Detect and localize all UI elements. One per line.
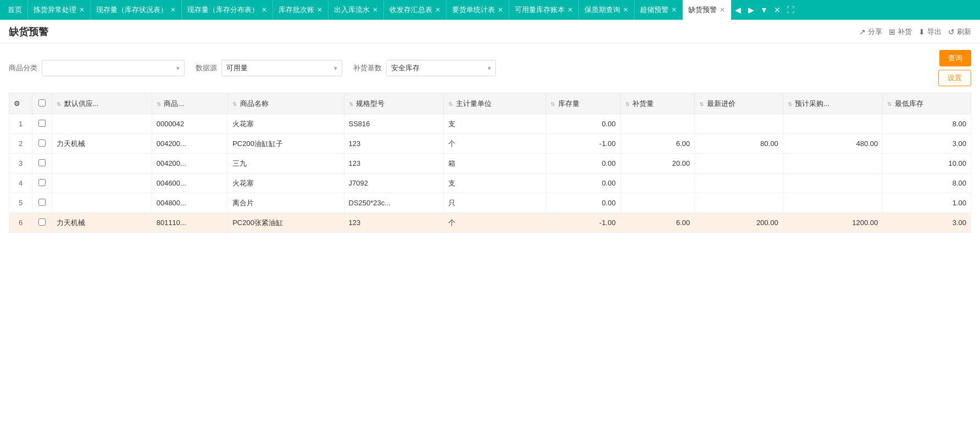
- cell-product-name: 离合片: [228, 193, 344, 213]
- select-all-checkbox[interactable]: [38, 99, 46, 107]
- share-button[interactable]: ↗ 分享: [859, 27, 882, 37]
- cell-latest-price: [695, 114, 783, 134]
- close-tab-stockout[interactable]: ✕: [720, 6, 725, 14]
- close-tab-order-stats[interactable]: ✕: [498, 6, 503, 14]
- row-checkbox[interactable]: [38, 179, 46, 186]
- tab-inout-flow[interactable]: 出入库流水 ✕: [328, 0, 384, 20]
- cell-latest-price: [695, 173, 783, 193]
- row-checkbox[interactable]: [38, 159, 46, 166]
- col-spec[interactable]: ⇅ 规格型号: [344, 93, 444, 114]
- col-gear[interactable]: ⚙: [9, 93, 32, 114]
- table-row: 5 004800... 离合片 DS250*23c... 只 0.00 1.00: [9, 193, 971, 213]
- row-number: 6: [9, 213, 32, 233]
- row-checkbox-cell[interactable]: [32, 193, 52, 213]
- col-restock-qty[interactable]: ⇅ 补货量: [620, 93, 694, 114]
- close-tab-inventory-status[interactable]: ✕: [170, 6, 176, 14]
- tab-batch-account[interactable]: 库存批次账 ✕: [273, 0, 328, 20]
- row-checkbox-cell[interactable]: [32, 173, 52, 193]
- row-checkbox-cell[interactable]: [32, 154, 52, 173]
- export-icon: ⬇: [918, 27, 925, 36]
- col-unit[interactable]: ⇅ 主计量单位: [444, 93, 546, 114]
- refresh-icon: ↺: [948, 27, 955, 36]
- cell-spec: J7092: [344, 173, 444, 193]
- restock-button[interactable]: ⊞ 补货: [889, 27, 912, 37]
- sort-icon-est: ⇅: [788, 101, 792, 107]
- close-tab-batch-account[interactable]: ✕: [317, 6, 322, 14]
- tab-available-ledger[interactable]: 可用量库存账本 ✕: [509, 0, 579, 20]
- close-tab-receipt-summary[interactable]: ✕: [435, 6, 441, 14]
- tab-menu-button[interactable]: ▼: [758, 0, 771, 20]
- close-tab-expiry-query[interactable]: ✕: [623, 6, 628, 14]
- tab-home[interactable]: 首页: [2, 0, 28, 20]
- row-checkbox[interactable]: [38, 139, 46, 147]
- cell-default-supplier: [52, 173, 152, 193]
- main-content: 缺货预警 ↗ 分享 ⊞ 补货 ⬇ 导出 ↺ 刷新 商品分类: [0, 20, 980, 437]
- cell-default-supplier: [52, 114, 152, 134]
- row-checkbox[interactable]: [38, 218, 46, 226]
- sort-icon-spec: ⇅: [349, 101, 353, 107]
- cell-stock-qty: -1.00: [546, 134, 620, 154]
- cell-restock-qty: 6.00: [620, 134, 694, 154]
- query-button[interactable]: 查询: [939, 50, 971, 66]
- page-header: 缺货预警 ↗ 分享 ⊞ 补货 ⬇ 导出 ↺ 刷新: [0, 20, 980, 43]
- tab-inventory-status[interactable]: 现存量（库存状况表） ✕: [91, 0, 182, 20]
- category-select[interactable]: ▾: [42, 60, 185, 76]
- close-tab-anomaly[interactable]: ✕: [79, 6, 85, 14]
- sort-icon-min: ⇅: [887, 101, 892, 107]
- col-latest-price[interactable]: ⇅ 最新进价: [695, 93, 783, 114]
- close-tab-overstock[interactable]: ✕: [671, 6, 677, 14]
- cell-unit: 个: [444, 213, 546, 233]
- row-checkbox[interactable]: [38, 199, 46, 206]
- tab-receipt-summary[interactable]: 收发存汇总表 ✕: [384, 0, 447, 20]
- cell-unit: 个: [444, 134, 546, 154]
- refresh-button[interactable]: ↺ 刷新: [948, 27, 971, 37]
- tab-stockout[interactable]: 缺货预警 ✕: [683, 0, 731, 20]
- datasource-filter-group: 数据源 可用量 ▾: [196, 60, 342, 76]
- restock-basis-select[interactable]: 安全库存 ▾: [386, 60, 496, 76]
- table-row: 4 004600... 火花塞 J7092 支 0.00 8.00: [9, 173, 971, 193]
- cell-unit: 只: [444, 193, 546, 213]
- settings-button[interactable]: 设置: [938, 70, 971, 86]
- row-checkbox-cell[interactable]: [32, 114, 52, 134]
- datasource-select[interactable]: 可用量 ▾: [221, 60, 342, 76]
- tab-anomaly[interactable]: 拣货异常处理 ✕: [28, 0, 91, 20]
- cell-product-code: 004200...: [152, 134, 227, 154]
- close-tab-inventory-dist[interactable]: ✕: [261, 6, 267, 14]
- cell-product-name: 三九: [228, 154, 344, 173]
- cell-latest-price: [695, 193, 783, 213]
- col-checkbox[interactable]: [32, 93, 52, 114]
- filter-right-actions: 查询 设置: [938, 50, 971, 86]
- tab-fullscreen-button[interactable]: ⛶: [784, 0, 797, 20]
- tab-overstock[interactable]: 超储预警 ✕: [634, 0, 683, 20]
- row-checkbox[interactable]: [38, 120, 46, 127]
- table-row: 1 0000042 火花塞 SS816 支 0.00 8.00: [9, 114, 971, 134]
- sort-icon-code: ⇅: [157, 101, 161, 107]
- row-checkbox-cell[interactable]: [32, 134, 52, 154]
- cell-stock-qty: 0.00: [546, 173, 620, 193]
- tab-close-all-button[interactable]: ✕: [771, 0, 784, 20]
- cell-spec: 123: [344, 134, 444, 154]
- col-min-stock[interactable]: ⇅ 最低库存: [883, 93, 971, 114]
- cell-stock-qty: 0.00: [546, 114, 620, 134]
- export-button[interactable]: ⬇ 导出: [918, 27, 942, 37]
- col-product-code[interactable]: ⇅ 商品...: [152, 93, 227, 114]
- tab-prev-button[interactable]: ◀: [731, 0, 744, 20]
- col-product-name[interactable]: ⇅ 商品名称: [228, 93, 344, 114]
- cell-product-name: 火花塞: [228, 114, 344, 134]
- tab-inventory-dist[interactable]: 现存量（库存分布表） ✕: [182, 0, 273, 20]
- cell-default-supplier: [52, 193, 152, 213]
- cell-unit: 箱: [444, 154, 546, 173]
- tab-order-stats[interactable]: 要货单统计表 ✕: [447, 0, 509, 20]
- table-container: ⚙ ⇅ 默认供应... ⇅ 商品... ⇅ 商品名称: [0, 93, 980, 233]
- col-default-supplier[interactable]: ⇅ 默认供应...: [52, 93, 152, 114]
- row-checkbox-cell[interactable]: [32, 213, 52, 233]
- cell-est-purchase: [783, 173, 883, 193]
- gear-icon: ⚙: [14, 99, 20, 108]
- row-number: 3: [9, 154, 32, 173]
- close-tab-available-ledger[interactable]: ✕: [567, 6, 573, 14]
- tab-next-button[interactable]: ▶: [744, 0, 758, 20]
- tab-expiry-query[interactable]: 保质期查询 ✕: [579, 0, 634, 20]
- col-stock-qty[interactable]: ⇅ 库存量: [546, 93, 620, 114]
- col-est-purchase[interactable]: ⇅ 预计采购...: [783, 93, 883, 114]
- close-tab-inout-flow[interactable]: ✕: [372, 6, 378, 14]
